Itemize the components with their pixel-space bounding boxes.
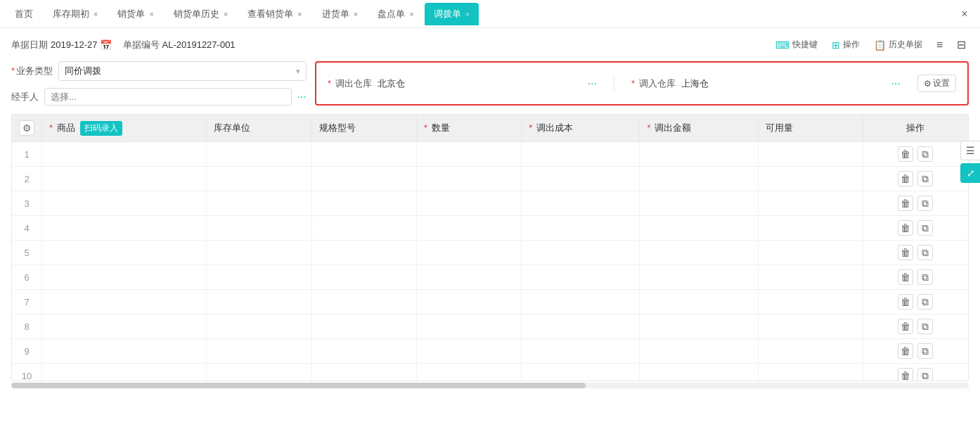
row-product-7[interactable]	[42, 290, 207, 314]
delete-icon-10[interactable]: 🗑	[898, 368, 913, 381]
copy-icon-2[interactable]: ⧉	[917, 171, 933, 186]
row-qty-9[interactable]	[416, 339, 521, 364]
row-product-4[interactable]	[42, 216, 207, 241]
tab-purchase-close[interactable]: ×	[354, 10, 358, 18]
table-row: 5 🗑 ⧉	[12, 241, 968, 265]
handler-more-btn[interactable]: ···	[297, 91, 307, 103]
delete-icon-6[interactable]: 🗑	[898, 269, 913, 285]
operations-button[interactable]: ⊞ 操作	[829, 37, 863, 52]
row-qty-1[interactable]	[416, 142, 521, 167]
row-spec-10	[311, 364, 416, 382]
tab-inventory-init-label: 库存期初	[53, 8, 89, 20]
row-available-3	[758, 191, 863, 216]
row-qty-4[interactable]	[416, 216, 521, 241]
row-available-7	[758, 290, 863, 314]
tab-view-sales-close[interactable]: ×	[297, 10, 302, 18]
row-amount-1	[640, 142, 758, 167]
transfer-out-label: * 调出仓库	[328, 77, 372, 90]
operations-label: 操作	[843, 39, 860, 51]
tab-sales-order-close[interactable]: ×	[149, 10, 153, 18]
copy-icon-10[interactable]: ⧉	[917, 368, 933, 381]
window-close-button[interactable]: ×	[955, 4, 974, 24]
delete-icon-5[interactable]: 🗑	[898, 245, 913, 260]
row-action-3: 🗑 ⧉	[863, 191, 968, 216]
business-type-select[interactable]: 同价调拨 ▾	[58, 61, 307, 81]
row-product-1[interactable]	[42, 142, 207, 167]
copy-icon-8[interactable]: ⧉	[917, 319, 933, 334]
row-num-1: 1	[12, 142, 42, 167]
tab-inventory-init-close[interactable]: ×	[94, 10, 98, 18]
copy-icon-3[interactable]: ⧉	[917, 196, 933, 211]
row-action-7: 🗑 ⧉	[863, 290, 968, 314]
copy-icon-5[interactable]: ⧉	[917, 245, 933, 260]
row-qty-7[interactable]	[416, 290, 521, 314]
tab-inventory-init[interactable]: 库存期初 ×	[44, 3, 107, 25]
row-num-3: 3	[12, 191, 42, 216]
delete-icon-7[interactable]: 🗑	[898, 294, 913, 310]
row-qty-6[interactable]	[416, 265, 521, 290]
row-action-6: 🗑 ⧉	[863, 265, 968, 290]
delete-icon-2[interactable]: 🗑	[898, 171, 913, 186]
delete-icon-9[interactable]: 🗑	[898, 343, 913, 359]
copy-icon-4[interactable]: ⧉	[917, 220, 933, 236]
settings-label: 设置	[933, 77, 950, 89]
tab-inventory-check[interactable]: 盘点单 ×	[368, 3, 423, 25]
row-product-6[interactable]	[42, 265, 207, 290]
row-product-8[interactable]	[42, 314, 207, 339]
row-product-2[interactable]	[42, 167, 207, 191]
row-action-9: 🗑 ⧉	[863, 339, 968, 364]
copy-icon-9[interactable]: ⧉	[917, 343, 933, 359]
row-product-10[interactable]	[42, 364, 207, 382]
copy-icon-7[interactable]: ⧉	[917, 294, 933, 310]
layout2-button[interactable]: ⊟	[954, 37, 969, 53]
copy-icon-1[interactable]: ⧉	[917, 146, 933, 162]
row-product-3[interactable]	[42, 191, 207, 216]
tab-inventory-check-close[interactable]: ×	[409, 10, 413, 18]
doc-date-value: 2019-12-27	[51, 39, 98, 50]
tab-purchase[interactable]: 进货单 ×	[313, 3, 367, 25]
row-qty-8[interactable]	[416, 314, 521, 339]
tab-transfer[interactable]: 调拨单 ×	[425, 3, 479, 25]
transfer-in-more-btn[interactable]: ···	[891, 78, 901, 89]
row-product-5[interactable]	[42, 241, 207, 265]
tab-sales-history[interactable]: 销货单历史 ×	[165, 3, 237, 25]
delete-icon-1[interactable]: 🗑	[898, 146, 913, 162]
delete-icon-3[interactable]: 🗑	[898, 196, 913, 211]
gear-icon: ⚙	[924, 79, 931, 89]
row-qty-5[interactable]	[416, 241, 521, 265]
tab-sales-order[interactable]: 销货单 ×	[108, 3, 162, 25]
scan-entry-button[interactable]: 扫码录入	[80, 121, 122, 136]
row-qty-3[interactable]	[416, 191, 521, 216]
layout1-button[interactable]: ≡	[934, 37, 946, 53]
tab-home[interactable]: 首页	[6, 3, 42, 25]
table-row: 9 🗑 ⧉	[12, 339, 968, 364]
row-qty-10[interactable]	[416, 364, 521, 382]
row-unit-4	[207, 216, 311, 241]
info-bar: 单据日期 2019-12-27 📅 单据编号 AL-20191227-001 ⌨…	[11, 37, 969, 53]
float-list-btn[interactable]: ☰	[960, 141, 980, 160]
shortcuts-button[interactable]: ⌨ 快捷键	[773, 37, 820, 52]
tab-sales-history-close[interactable]: ×	[224, 10, 228, 18]
delete-icon-8[interactable]: 🗑	[898, 319, 913, 334]
horizontal-scrollbar[interactable]	[11, 383, 969, 388]
row-num-4: 4	[12, 216, 42, 241]
row-qty-2[interactable]	[416, 167, 521, 191]
history-button[interactable]: 📋 历史单据	[871, 37, 925, 52]
row-available-5	[758, 241, 863, 265]
settings-button[interactable]: ⚙ 设置	[917, 75, 956, 92]
float-expand-btn[interactable]: ⤢	[960, 163, 980, 183]
calendar-icon[interactable]: 📅	[101, 39, 112, 51]
transfer-in-value: 上海仓	[681, 77, 886, 90]
table-gear-icon[interactable]: ⚙	[19, 120, 34, 136]
transfer-out-more-btn[interactable]: ···	[588, 78, 597, 89]
tab-transfer-close[interactable]: ×	[465, 10, 470, 18]
th-spec: 规格型号	[311, 115, 416, 142]
tab-view-sales[interactable]: 查看销货单 ×	[238, 3, 311, 25]
delete-icon-4[interactable]: 🗑	[898, 220, 913, 236]
table-row: 4 🗑 ⧉	[12, 216, 968, 241]
copy-icon-6[interactable]: ⧉	[917, 269, 933, 285]
row-product-9[interactable]	[42, 339, 207, 364]
handler-input[interactable]	[44, 88, 292, 106]
right-float-toolbar: ☰ ⤢	[960, 141, 980, 183]
form-right-warehouses: * 调出仓库 北京仓 ··· * 调入仓库 上海仓 ··· ⚙ 设置	[315, 61, 969, 106]
